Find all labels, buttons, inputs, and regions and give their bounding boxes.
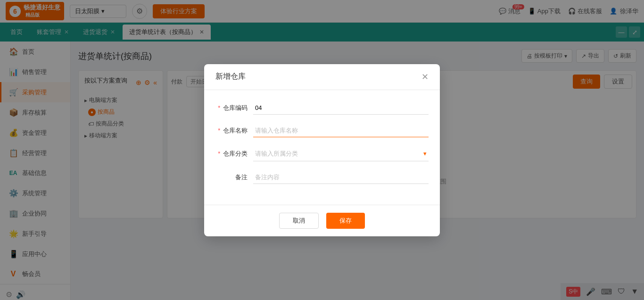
modal-overlay: 新增仓库 ✕ * 仓库编码 * 仓库名称 — [0, 0, 644, 300]
save-button[interactable]: 保存 — [326, 213, 365, 229]
warehouse-name-input[interactable] — [253, 124, 429, 137]
modal-close-button[interactable]: ✕ — [421, 72, 429, 82]
modal-title: 新增仓库 — [215, 72, 246, 82]
modal-body: * 仓库编码 * 仓库名称 * 仓库分类 请输入 — [204, 90, 440, 205]
modal-header: 新增仓库 ✕ — [204, 64, 440, 90]
warehouse-code-label: * 仓库编码 — [215, 104, 253, 112]
warehouse-code-row: * 仓库编码 — [215, 101, 429, 115]
warehouse-category-label: * 仓库分类 — [215, 150, 253, 158]
warehouse-name-row: * 仓库名称 — [215, 124, 429, 137]
warehouse-category-select[interactable]: 请输入所属分类 ▾ — [253, 147, 429, 161]
warehouse-note-input[interactable] — [253, 171, 429, 184]
warehouse-name-label: * 仓库名称 — [215, 126, 253, 135]
warehouse-code-input[interactable] — [253, 101, 429, 115]
warehouse-note-row: 备注 — [215, 171, 429, 184]
warehouse-category-row: * 仓库分类 请输入所属分类 ▾ — [215, 147, 429, 161]
modal-footer: 取消 保存 — [204, 205, 440, 236]
warehouse-note-label: 备注 — [215, 173, 253, 182]
cancel-button[interactable]: 取消 — [279, 213, 319, 229]
add-warehouse-modal: 新增仓库 ✕ * 仓库编码 * 仓库名称 — [204, 64, 440, 236]
category-chevron-icon: ▾ — [423, 150, 427, 157]
